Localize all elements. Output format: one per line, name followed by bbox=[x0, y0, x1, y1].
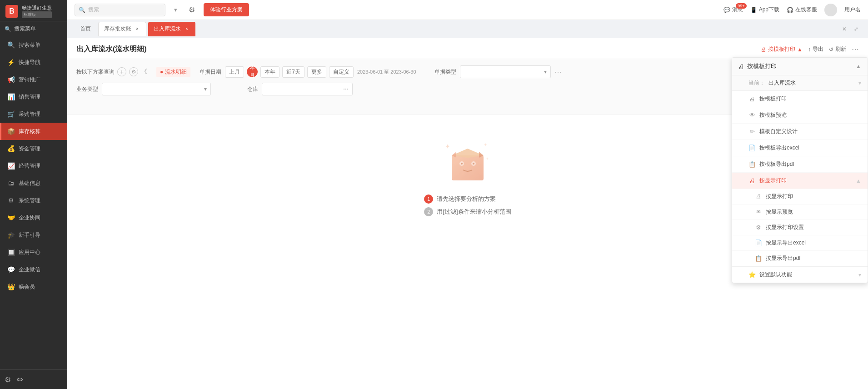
header-actions: 💬 消息 99+ 📱 App下载 🎧 在线客服 用户名 bbox=[723, 4, 861, 16]
more-icon[interactable]: ⋯ bbox=[852, 45, 859, 54]
settings-icon[interactable]: ⚙ bbox=[5, 375, 11, 384]
svg-point-7 bbox=[473, 163, 474, 165]
dropdown-item-display-settings[interactable]: ⚙ 按显示打印设置 bbox=[732, 220, 868, 235]
dropdown-item-display-preview[interactable]: 👁 按显示预览 bbox=[732, 204, 868, 220]
sidebar-item-label: 采购管理 bbox=[19, 110, 40, 118]
sidebar-item-search[interactable]: 🔍搜索菜单 bbox=[0, 36, 67, 54]
user-avatar[interactable] bbox=[824, 4, 837, 16]
dropdown-template-custom-icon: ✏ bbox=[748, 128, 756, 135]
sidebar-item-wechat[interactable]: 💬企业微信 bbox=[0, 261, 67, 278]
tab-bar: 首页 库存批次账 × 出入库流水 × ✕ ⤢ bbox=[67, 20, 868, 38]
header-dropdown-btn[interactable]: ▾ bbox=[171, 5, 180, 15]
sidebar-item-marketing[interactable]: 📢营销推广 bbox=[0, 71, 67, 88]
dropdown-display-preview-label: 按显示预览 bbox=[766, 208, 793, 216]
dropdown-template-preview-label: 按模板预览 bbox=[759, 111, 787, 119]
date-this-month-btn[interactable]: 本月 bbox=[247, 66, 258, 77]
date-this-year-btn[interactable]: 本年 bbox=[260, 66, 279, 78]
app-download-icon: 📱 bbox=[750, 7, 757, 13]
dropdown-display-preview-icon: 👁 bbox=[755, 209, 762, 216]
sidebar-item-finance[interactable]: 💰资金管理 bbox=[0, 140, 67, 157]
header-settings-icon[interactable]: ⚙ bbox=[185, 4, 198, 16]
dropdown-item-template-print[interactable]: 🖨 按模板打印 bbox=[732, 91, 868, 107]
export-btn[interactable]: ↑ 导出 bbox=[808, 45, 823, 53]
sidebar-item-basic[interactable]: 🗂基础信息 bbox=[0, 175, 67, 192]
business-type-label: 业务类型 bbox=[76, 85, 98, 93]
sidebar-item-quick-nav[interactable]: ⚡快捷导航 bbox=[0, 54, 67, 71]
dropdown-current-value: 出入库流水 bbox=[768, 79, 796, 87]
app-download-btn[interactable]: 📱 App下载 bbox=[750, 6, 779, 14]
filter-scheme-label: 按以下方案查询 bbox=[76, 68, 115, 76]
voucher-type-dropdown-icon: ▾ bbox=[544, 69, 547, 75]
dropdown-display-section-header[interactable]: 🖨 按显示打印 ▲ bbox=[732, 173, 868, 189]
business-type-select[interactable]: ▾ bbox=[102, 83, 211, 95]
refresh-icon: ↺ bbox=[829, 46, 833, 53]
sidebar-item-guide[interactable]: 🎓新手引导 bbox=[0, 226, 67, 244]
tab-close-all-btn[interactable]: ✕ bbox=[840, 25, 849, 34]
sidebar-item-operation[interactable]: 📈经营管理 bbox=[0, 157, 67, 175]
trial-btn[interactable]: 体验行业方案 bbox=[204, 3, 249, 16]
dropdown-item-display-pdf[interactable]: 📋 按显示导出pdf bbox=[732, 251, 868, 266]
tab-batch-account-close[interactable]: × bbox=[134, 26, 140, 32]
svg-text:✦: ✦ bbox=[445, 143, 450, 150]
date-filter-group: 单据日期 上月 本月 本年 近7天 更多 自定义 2023-06-01 至 20… bbox=[200, 66, 416, 78]
dropdown-header-title: 🖨 按模板打印 bbox=[738, 62, 777, 70]
dropdown-template-preview-icon: 👁 bbox=[748, 112, 756, 119]
date-range-display: 2023-06-01 至 2023-06-30 bbox=[357, 69, 416, 75]
dropdown-item-template-preview[interactable]: 👁 按模板预览 bbox=[732, 107, 868, 124]
export-icon: ↑ bbox=[808, 46, 811, 53]
dropdown-item-template-excel[interactable]: 📄 按模板导出excel bbox=[732, 140, 868, 156]
dropdown-template-excel-icon: 📄 bbox=[748, 145, 756, 152]
date-more-btn[interactable]: 更多 bbox=[307, 66, 326, 78]
date-custom-btn[interactable]: 自定义 bbox=[329, 66, 354, 78]
dropdown-item-template-pdf[interactable]: 📋 按模板导出pdf bbox=[732, 156, 868, 173]
voucher-type-more-icon[interactable]: ⋯ bbox=[554, 68, 562, 76]
tab-inout-flow[interactable]: 出入库流水 × bbox=[148, 22, 195, 36]
sidebar-item-app-center[interactable]: 🔲应用中心 bbox=[0, 244, 67, 261]
dropdown-current-arrow[interactable]: ▾ bbox=[858, 80, 861, 86]
sidebar-item-system[interactable]: ⚙系统管理 bbox=[0, 192, 67, 209]
message-btn[interactable]: 💬 消息 99+ bbox=[723, 6, 743, 14]
sidebar-item-label: 经营管理 bbox=[19, 162, 40, 170]
tab-batch-account[interactable]: 库存批次账 × bbox=[98, 22, 146, 36]
dropdown-collapse-btn[interactable]: ▲ bbox=[856, 63, 861, 70]
date-7days-btn[interactable]: 近7天 bbox=[282, 66, 304, 78]
sidebar-item-label: 畅会员 bbox=[19, 283, 35, 291]
tab-expand-btn[interactable]: ⤢ bbox=[852, 25, 861, 34]
print-dropdown-panel: 🖨 按模板打印 ▲ 当前： 出入库流水 ▾ 🖨 按模板打印 👁 按模板预览 bbox=[732, 57, 868, 283]
sidebar-item-label: 销售管理 bbox=[19, 93, 40, 101]
sidebar-search-item[interactable]: 🔍 搜索菜单 bbox=[0, 21, 67, 36]
tab-home[interactable]: 首页 bbox=[75, 22, 96, 36]
filter-gear-btn[interactable]: ⚙ bbox=[129, 67, 138, 76]
warehouse-select[interactable]: ⋯ bbox=[262, 83, 353, 95]
step-1-num: 1 bbox=[424, 194, 433, 204]
dropdown-item-template-custom[interactable]: ✏ 模板自定义设计 bbox=[732, 124, 868, 140]
sidebar-item-membership[interactable]: 👑畅会员 bbox=[0, 278, 67, 295]
filter-collapse-btn[interactable]: 《 bbox=[141, 68, 147, 76]
page-content: 出入库流水(流水明细) 🖨 按模板打印 ▲ ↑ 导出 ↺ 刷新 ⋯ bbox=[67, 38, 868, 389]
sidebar-item-sales[interactable]: 📊销售管理 bbox=[0, 88, 67, 105]
sidebar-item-purchase[interactable]: 🛒采购管理 bbox=[0, 105, 67, 123]
sidebar-item-collab[interactable]: 🤝企业协同 bbox=[0, 209, 67, 226]
sidebar-item-label: 应用中心 bbox=[19, 249, 40, 256]
dropdown-set-default-label: 设置默认功能 bbox=[759, 271, 792, 279]
filter-add-btn[interactable]: + bbox=[117, 67, 126, 76]
dropdown-template-pdf-icon: 📋 bbox=[748, 161, 756, 168]
collapse-icon[interactable]: ⇔ bbox=[16, 374, 23, 384]
dropdown-item-display-excel[interactable]: 📄 按显示导出excel bbox=[732, 235, 868, 251]
print-template-btn[interactable]: 🖨 按模板打印 ▲ bbox=[761, 45, 803, 53]
sidebar-item-label: 资金管理 bbox=[19, 145, 40, 153]
sidebar-item-inventory[interactable]: 📦库存核算 bbox=[0, 123, 67, 140]
quick-nav-icon: ⚡ bbox=[7, 58, 15, 66]
dropdown-item-set-default[interactable]: ⭐ 设置默认功能 ▾ bbox=[732, 266, 868, 283]
header-search-box[interactable]: 🔍 搜索 bbox=[75, 4, 165, 16]
dropdown-display-print-icon: 🖨 bbox=[755, 193, 762, 200]
dropdown-item-display-print[interactable]: 🖨 按显示打印 bbox=[732, 189, 868, 204]
online-service-btn[interactable]: 🎧 在线客服 bbox=[787, 6, 817, 14]
refresh-btn[interactable]: ↺ 刷新 bbox=[829, 45, 846, 53]
warehouse-more-icon[interactable]: ⋯ bbox=[343, 86, 349, 92]
search-icon: 🔍 bbox=[7, 41, 15, 49]
date-last-month-btn[interactable]: 上月 bbox=[225, 66, 244, 78]
voucher-type-select[interactable]: ▾ bbox=[460, 65, 551, 78]
sidebar-logo: B 畅捷通好生意 标准版 bbox=[0, 0, 67, 21]
tab-inout-flow-close[interactable]: × bbox=[184, 26, 190, 32]
